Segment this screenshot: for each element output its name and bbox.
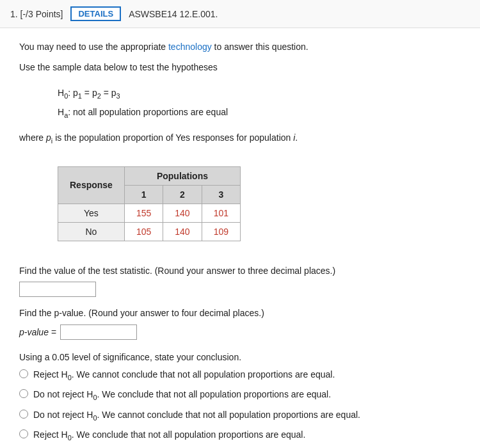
population-note: where pi is the population proportion of…: [19, 131, 461, 147]
radio-label-4: Reject H0. We conclude that not all popu…: [33, 428, 305, 443]
intro-text-post: to answer this question.: [214, 42, 308, 52]
find-statistic-label: Find the value of the test statistic. (R…: [19, 264, 461, 278]
yes-pop1: 155: [124, 204, 163, 222]
response-header: Response: [58, 166, 125, 204]
radio-label-1: Reject H0. We cannot conclude that not a…: [33, 368, 335, 383]
hypothesis-null-line: H0: p1 = p2 = p3: [58, 84, 461, 103]
yes-pop3: 101: [202, 204, 240, 222]
intro-line1: You may need to use the appropriate tech…: [19, 40, 461, 54]
details-button[interactable]: DETAILS: [70, 6, 121, 21]
page-container: 1. [-/3 Points] DETAILS ASWSBE14 12.E.00…: [0, 0, 480, 448]
question-header: 1. [-/3 Points] DETAILS ASWSBE14 12.E.00…: [0, 0, 480, 28]
radio-option-1: Reject H0. We cannot conclude that not a…: [19, 368, 461, 383]
row-label-yes: Yes: [58, 204, 125, 222]
pvalue-row: p-value =: [19, 324, 461, 340]
table-row-yes: Yes 155 140 101: [58, 204, 241, 222]
radio-circle-1[interactable]: [19, 369, 28, 378]
test-statistic-input[interactable]: [19, 282, 96, 297]
hypothesis-alt-line: Ha: not all population proportions are e…: [58, 103, 461, 122]
question-code: ASWSBE14 12.E.001.: [129, 9, 218, 19]
radio-option-2: Do not reject H0. We conclude that not a…: [19, 388, 461, 403]
find-pvalue-label: Find the p-value. (Round your answer to …: [19, 306, 461, 320]
radio-circle-2[interactable]: [19, 389, 28, 398]
yes-pop2: 140: [163, 204, 202, 222]
technology-link[interactable]: technology: [168, 42, 212, 52]
populations-header: Populations: [124, 166, 240, 185]
intro-text-pre: You may need to use the appropriate: [19, 42, 166, 52]
data-table: Response Populations 1 2 3 Yes 155 140 1…: [58, 166, 241, 241]
radio-label-2: Do not reject H0. We conclude that not a…: [33, 388, 331, 403]
conclusion-label: Using a 0.05 level of significance, stat…: [19, 350, 461, 364]
ha-label: Ha: not all population proportions are e…: [58, 103, 228, 122]
table-row-no: No 105 140 109: [58, 222, 241, 241]
intro-line2: Use the sample data below to test the hy…: [19, 60, 461, 74]
radio-option-4: Reject H0. We conclude that not all popu…: [19, 428, 461, 443]
pvalue-input[interactable]: [60, 324, 137, 340]
pop-col-2: 2: [163, 185, 202, 204]
row-label-no: No: [58, 222, 125, 241]
conclusion-section: Using a 0.05 level of significance, stat…: [19, 350, 461, 444]
question-body: You may need to use the appropriate tech…: [0, 28, 480, 448]
data-table-wrapper: Response Populations 1 2 3 Yes 155 140 1…: [58, 166, 241, 241]
radio-circle-3[interactable]: [19, 410, 28, 419]
no-pop2: 140: [163, 222, 202, 241]
pop-col-1: 1: [124, 185, 163, 204]
pop-col-3: 3: [202, 185, 240, 204]
h0-label: H0: p1 = p2 = p3: [58, 84, 120, 103]
radio-circle-4[interactable]: [19, 429, 28, 438]
pvalue-label: p-value =: [19, 327, 56, 337]
no-pop3: 109: [202, 222, 240, 241]
question-number: 1. [-/3 Points]: [10, 9, 63, 19]
no-pop1: 105: [124, 222, 163, 241]
radio-option-3: Do not reject H0. We cannot conclude tha…: [19, 408, 461, 423]
radio-label-3: Do not reject H0. We cannot conclude tha…: [33, 408, 360, 423]
hypotheses-block: H0: p1 = p2 = p3 Ha: not all population …: [58, 84, 461, 122]
